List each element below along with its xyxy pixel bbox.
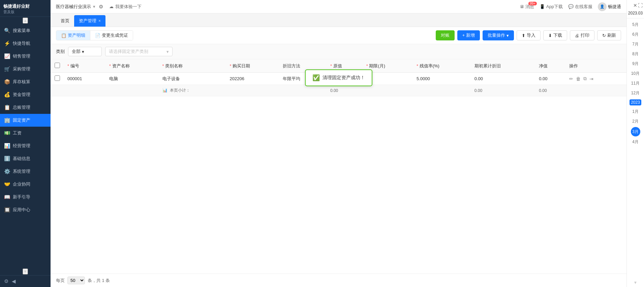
sidebar-label-10: 基础信息 bbox=[13, 156, 30, 162]
sidebar-icon-10: ℹ️ bbox=[4, 156, 10, 162]
experience-btn[interactable]: ☁ 我要体验一下 bbox=[109, 4, 142, 10]
sidebar-item-应用中心[interactable]: 🔲应用中心 bbox=[0, 203, 51, 216]
sidebar-label-4: 库存核算 bbox=[13, 79, 30, 85]
month-item-3[interactable]: 3月 bbox=[631, 127, 640, 136]
sidebar-item-基础信息[interactable]: ℹ️基础信息 bbox=[0, 152, 51, 165]
sidebar-item-新手引导[interactable]: 📖新手引导 bbox=[0, 191, 51, 203]
sidebar-label-7: 固定资产 bbox=[13, 117, 30, 123]
sub-tab-asset-detail[interactable]: 📋 资产明细 bbox=[56, 31, 90, 40]
sidebar-icon-9: 📊 bbox=[4, 143, 10, 149]
subtotal-empty-1 bbox=[51, 85, 64, 96]
month-item-8[interactable]: 8月 bbox=[627, 49, 644, 59]
month-item-11[interactable]: 11月 bbox=[627, 78, 644, 88]
row-accumulated: 0.00 bbox=[471, 73, 536, 85]
content-area: 📋 资产明细 📄 变更生成凭证 对账 + 新增 批量操作 ▾ bbox=[51, 27, 626, 287]
per-page-select[interactable]: 50 100 bbox=[67, 277, 85, 284]
month-item-12[interactable]: 12月 bbox=[627, 88, 644, 98]
tab-home[interactable]: 首页 bbox=[56, 15, 74, 27]
refresh-btn[interactable]: ↻ 刷新 bbox=[597, 30, 621, 40]
sidebar-item-企业协同[interactable]: 🤝企业协同 bbox=[0, 178, 51, 191]
user-menu[interactable]: 👤 畅捷通 bbox=[598, 2, 621, 11]
right-panel-down-icon[interactable]: ▼ bbox=[634, 278, 638, 287]
sidebar-label-13: 新手引导 bbox=[13, 194, 30, 200]
download-label: 下载 bbox=[553, 32, 562, 38]
sidebar-scroll-up[interactable]: ▲ bbox=[23, 18, 28, 24]
download-icon: ⬇ bbox=[548, 33, 552, 38]
messages-btn[interactable]: 🖥 消息 99+ bbox=[520, 4, 534, 10]
import-btn[interactable]: ⬆ 导入 bbox=[517, 30, 541, 40]
sub-tab-change-voucher[interactable]: 📄 变更生成凭证 bbox=[90, 31, 133, 40]
company-selector[interactable]: 医疗器械行业演示 ▾ bbox=[56, 4, 95, 10]
tab-asset-label: 资产管理 bbox=[79, 18, 96, 24]
refresh-icon: ↻ bbox=[602, 33, 606, 38]
company-chevron-icon: ▾ bbox=[93, 4, 95, 9]
category-detail-select[interactable]: 请选择固定资产类别 ▾ bbox=[105, 47, 173, 56]
select-all-checkbox[interactable] bbox=[55, 63, 60, 68]
sidebar-icon-5: 💰 bbox=[4, 92, 10, 98]
sidebar-item-经营管理[interactable]: 📊经营管理 bbox=[0, 139, 51, 152]
sidebar-item-销售管理[interactable]: 📈销售管理 bbox=[0, 50, 51, 63]
sidebar-icon-12: 🤝 bbox=[4, 181, 10, 187]
app-download-btn[interactable]: 📱 App下载 bbox=[540, 4, 563, 10]
sidebar-item-工资[interactable]: 💵工资 bbox=[0, 127, 51, 139]
sidebar-label-9: 经营管理 bbox=[13, 143, 30, 149]
right-panel-expand-icon[interactable]: ⛶ bbox=[638, 3, 643, 8]
row-checkbox[interactable] bbox=[55, 75, 60, 81]
month-item-6[interactable]: 6月 bbox=[627, 30, 644, 39]
print-btn[interactable]: 🖨 打印 bbox=[570, 30, 594, 40]
more-icon[interactable]: ⇥ bbox=[589, 76, 593, 82]
month-item-1[interactable]: 1月 bbox=[627, 107, 644, 117]
sidebar-item-搜索菜单[interactable]: 🔍搜索菜单 bbox=[0, 24, 51, 37]
edit-icon[interactable]: ✏ bbox=[569, 76, 573, 82]
tab-close-icon[interactable]: × bbox=[98, 19, 101, 23]
sidebar-item-总账管理[interactable]: 📋总账管理 bbox=[0, 101, 51, 114]
sidebar-item-采购管理[interactable]: 🛒采购管理 bbox=[0, 63, 51, 75]
month-item-2[interactable]: 2月 bbox=[627, 117, 644, 126]
refresh-label: 刷新 bbox=[607, 32, 616, 38]
new-btn[interactable]: + 新增 bbox=[457, 30, 480, 40]
sidebar-item-库存核算[interactable]: 📦库存核算 bbox=[0, 75, 51, 88]
batch-ops-btn[interactable]: 批量操作 ▾ bbox=[483, 30, 514, 40]
new-label: + 新增 bbox=[462, 32, 475, 38]
month-item-9[interactable]: 9月 bbox=[627, 59, 644, 69]
category-detail-chevron-icon: ▾ bbox=[166, 49, 169, 54]
pagination: 每页 50 100 条，共 1 条 bbox=[51, 274, 626, 287]
month-item-7[interactable]: 7月 bbox=[627, 39, 644, 49]
sidebar-scroll-down[interactable]: ▼ bbox=[23, 268, 28, 275]
asset-detail-icon: 📋 bbox=[61, 33, 66, 38]
collapse-icon[interactable]: ◀ bbox=[12, 278, 16, 284]
online-service-btn[interactable]: 💬 在线客服 bbox=[568, 4, 592, 10]
category-type-select[interactable]: 全部 ▾ bbox=[68, 47, 102, 56]
download-btn[interactable]: ⬇ 下载 bbox=[543, 30, 567, 40]
th-net-value: 净值 bbox=[535, 59, 566, 73]
reconcile-label: 对账 bbox=[441, 32, 450, 38]
sidebar-icon-0: 🔍 bbox=[4, 28, 10, 34]
sidebar-item-固定资产[interactable]: 🏢固定资产 bbox=[0, 114, 51, 127]
message-icon: 🖥 bbox=[520, 4, 524, 9]
sidebar-label-5: 资金管理 bbox=[13, 92, 30, 98]
toolbar: 📋 资产明细 📄 变更生成凭证 对账 + 新增 批量操作 ▾ bbox=[51, 27, 626, 44]
delete-icon[interactable]: 🗑 bbox=[576, 76, 581, 82]
category-detail-placeholder: 请选择固定资产类别 bbox=[109, 49, 148, 55]
subtotal-empty-7 bbox=[413, 85, 471, 96]
right-panel-close-icon[interactable]: ✕ bbox=[633, 3, 637, 8]
sidebar-item-系统管理[interactable]: ⚙️系统管理 bbox=[0, 165, 51, 178]
sidebar-item-资金管理[interactable]: 💰资金管理 bbox=[0, 88, 51, 101]
sub-tab-change-voucher-label: 变更生成凭证 bbox=[102, 32, 128, 38]
month-item-10[interactable]: 10月 bbox=[627, 69, 644, 78]
sidebar-label-1: 快捷导航 bbox=[13, 40, 30, 46]
month-item-5[interactable]: 5月 bbox=[627, 20, 644, 30]
copy-icon[interactable]: ⧉ bbox=[583, 76, 587, 82]
subtotal-icon: 📊 bbox=[162, 88, 167, 93]
month-item-4[interactable]: 4月 bbox=[627, 137, 644, 147]
settings-icon[interactable]: ⚙ bbox=[4, 278, 8, 284]
avatar: 👤 bbox=[598, 2, 607, 11]
sidebar-item-快捷导航[interactable]: ⚡快捷导航 bbox=[0, 37, 51, 50]
reconcile-btn[interactable]: 对账 bbox=[436, 30, 455, 40]
month-item-year2023[interactable]: 2023 bbox=[630, 99, 641, 105]
row-net-value: 0.00 bbox=[535, 73, 566, 85]
tab-asset-management[interactable]: 资产管理 × bbox=[74, 15, 105, 27]
topbar: 医疗器械行业演示 ▾ ⚙ ☁ 我要体验一下 🖥 消息 99+ 📱 App下载 💬… bbox=[51, 0, 626, 13]
th-actions: 操作 bbox=[566, 59, 626, 73]
settings-gear-icon[interactable]: ⚙ bbox=[99, 4, 103, 10]
